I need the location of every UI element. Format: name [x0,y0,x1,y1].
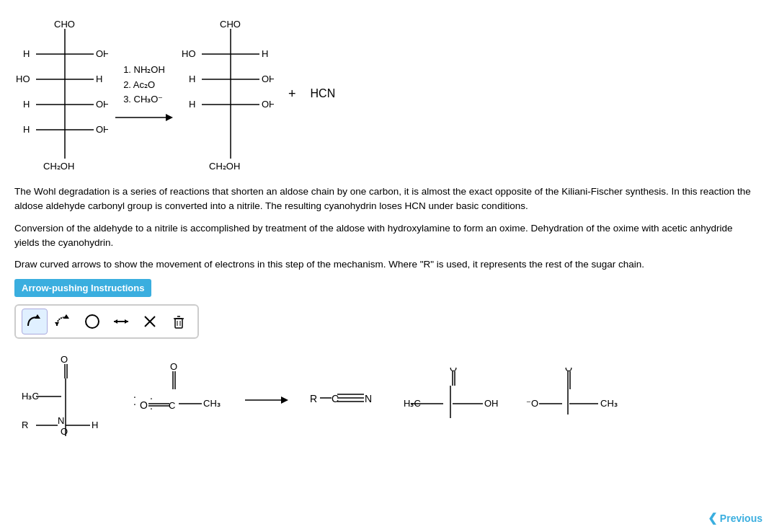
paragraph-2: Conversion of the aldehyde to a nitrile … [14,221,760,251]
svg-text:HO: HO [16,74,30,84]
reaction-area: CHO H OH HO H H OH H OH CH₂OH [14,7,760,173]
svg-text:OH: OH [262,99,274,110]
svg-text:OH: OH [484,398,499,409]
svg-marker-41 [114,319,117,324]
svg-marker-20 [166,114,173,121]
svg-text:CH₂OH: CH₂OH [43,161,74,172]
trash-icon [169,311,189,332]
reagents-area: 1. NH₂OH 2. Ac₂O 3. CH₃O⁻ [115,63,173,125]
molecule-1-svg: O H₃C N O R H [22,353,108,447]
previous-label: Previous [720,513,762,524]
svg-marker-38 [55,322,59,326]
svg-text:OH: OH [262,74,274,84]
molecule-acetic-svg: O H₃C OH [404,368,504,433]
tool-palette [14,304,199,339]
plus-sign: + [288,87,296,102]
reagents-text: 1. NH₂OH 2. Ac₂O 3. CH₃O⁻ [123,63,165,107]
paragraph-1: The Wohl degradation is a series of reac… [14,185,760,214]
svg-text:H: H [189,74,195,84]
svg-text:R: R [310,393,317,404]
svg-text:O: O [450,368,457,373]
svg-text:H₃C: H₃C [22,391,39,402]
delete-icon [140,311,160,332]
bidirectional-arrow-button[interactable] [108,309,134,334]
chevron-left-icon: ❮ [708,511,717,525]
svg-marker-42 [125,319,128,324]
molecule-rcn-svg: R C N [310,382,382,418]
svg-text:O: O [61,426,68,437]
hcn-label: HCN [311,87,336,100]
svg-text:H: H [189,99,195,110]
svg-text:H: H [262,48,268,59]
main-content: CHO H OH HO H H OH H OH CH₂OH [0,0,774,490]
mechanism-area: O H₃C N O R H · · · · O [14,353,760,447]
svg-text:CHO: CHO [220,19,241,30]
svg-text:H₃C: H₃C [404,398,421,409]
molecule-acetate-svg: ⁻O O CH₃ [526,368,627,433]
previous-button[interactable]: ❮ Previous [696,504,774,532]
delete-button[interactable] [137,309,163,334]
bidirectional-arrow-icon [111,311,131,332]
curved-arrow-2-icon [53,311,74,332]
paragraph-3: Draw curved arrows to show the movement … [14,257,760,272]
svg-text:OH: OH [96,124,108,135]
svg-text:C: C [332,393,339,404]
svg-rect-45 [175,319,182,328]
svg-text:O: O [140,399,148,411]
svg-text:H: H [96,74,102,84]
svg-text:H: H [92,420,98,430]
curved-arrow-1-button[interactable] [22,309,48,334]
svg-text:O: O [565,368,572,373]
svg-text:HO: HO [182,48,196,59]
svg-text:H: H [23,99,30,110]
svg-point-39 [86,315,99,328]
svg-text:O: O [170,361,177,372]
svg-text:H: H [23,48,30,59]
svg-text:⁻O: ⁻O [526,398,538,409]
svg-marker-36 [35,314,40,319]
svg-marker-78 [281,396,288,404]
svg-text:R: R [22,420,28,430]
svg-text:CH₂OH: CH₂OH [209,161,240,172]
svg-text:CHO: CHO [54,19,75,30]
curved-arrow-1-icon [25,311,45,332]
curved-arrow-2-button[interactable] [50,309,76,334]
right-structure-svg: CHO HO H H OH H OH CH₂OH [180,14,274,173]
circle-tool-button[interactable] [79,309,105,334]
svg-marker-37 [63,314,69,319]
mechanism-arrow-svg [245,393,288,407]
svg-text:CH₃: CH₃ [600,398,618,409]
svg-text:·: · [133,391,136,402]
molecule-2-svg: · · · · O O C CH₃ [130,357,223,443]
svg-text:N: N [58,415,64,426]
circle-icon [82,311,102,332]
svg-text:N: N [365,393,372,404]
svg-text:H: H [23,124,30,135]
svg-text:CH₃: CH₃ [203,398,221,409]
left-structure-svg: CHO H OH HO H H OH H OH CH₂OH [14,14,108,173]
svg-text:C: C [169,400,175,411]
instructions-button[interactable]: Arrow-pushing Instructions [14,279,151,297]
reaction-arrow-svg [115,110,173,125]
svg-text:OH: OH [96,99,108,110]
svg-text:O: O [61,354,68,365]
trash-button[interactable] [166,309,192,334]
svg-text:OH: OH [96,48,108,59]
